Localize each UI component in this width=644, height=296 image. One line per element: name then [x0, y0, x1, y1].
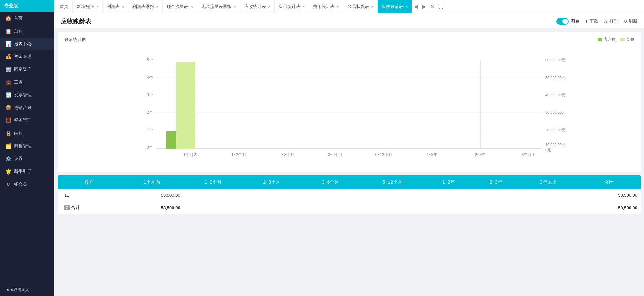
sidebar-item-report[interactable]: 📊 报表中心 [0, 38, 54, 50]
cell-month612 [360, 189, 425, 201]
tab-next-button[interactable]: ▶ [420, 0, 428, 13]
refresh-button[interactable]: ↺ 刷新 [624, 18, 637, 24]
cell-month12 [184, 189, 243, 201]
tab-profit-quarter-close[interactable]: × [156, 5, 158, 9]
legend-customer-label: 客户数 [604, 37, 616, 42]
main-content: 首页 新增凭证 × 利润表 × 利润表季报 × 现金流量表 × 现金流量表季报 … [54, 0, 644, 296]
tab-profit[interactable]: 利润表 × [103, 0, 128, 13]
total-month36 [301, 201, 360, 214]
tab-prev-button[interactable]: ◀ [412, 0, 420, 13]
tab-aging-close[interactable]: × [406, 5, 408, 9]
chart-container: 5个 4个 3个 2个 1个 0个 60,000.00元 50,000.00元 … [64, 45, 634, 167]
tab-cashflow-quarter[interactable]: 现金流量表季报 × [197, 0, 240, 13]
download-button[interactable]: ⬇ 下载 [585, 18, 598, 24]
col-month23: 2~3个月 [243, 175, 301, 189]
svg-text:4个: 4个 [147, 75, 153, 80]
sidebar-item-label: 新手引导 [14, 168, 32, 175]
sidebar-item-fund[interactable]: 💰 资金管理 [0, 50, 54, 63]
col-total: 合计 [577, 175, 641, 189]
tab-close-all-button[interactable]: ✕ [428, 0, 436, 13]
legend-customer: 客户数 [598, 37, 616, 42]
legend-amount-label: 金额 [626, 37, 634, 42]
sidebar-item-archive[interactable]: 🗂️ 归档管理 [0, 140, 54, 152]
tab-expense-stat-close[interactable]: × [337, 5, 339, 9]
cell-month36 [301, 189, 360, 201]
print-button[interactable]: 🖨 打印 [604, 18, 618, 24]
tab-payable-stat-label: 应付统计表 [279, 4, 301, 10]
tab-home[interactable]: 首页 [56, 0, 73, 13]
sidebar-item-tax[interactable]: 🧮 税务管理 [0, 114, 54, 127]
sidebar: 专业版 🏠 首页 📋 总账 📊 报表中心 💰 资金管理 🏢 固定资产 💼 工资 … [0, 0, 54, 296]
sidebar-item-salary[interactable]: 💼 工资 [0, 76, 54, 89]
tab-cashflow-quarter-close[interactable]: × [234, 5, 236, 9]
tab-cashflow[interactable]: 现金流量表 × [163, 0, 197, 13]
print-icon: 🖨 [604, 19, 608, 24]
cell-year3plus [520, 189, 577, 201]
tab-operation-stat-label: 经营状况表 [347, 4, 369, 10]
sidebar-unpin-button[interactable]: ◄◄取消固定 [0, 284, 54, 296]
sidebar-item-settings[interactable]: ⚙️ 设置 [0, 152, 54, 165]
invoice-icon: 🧾 [5, 92, 11, 98]
cell-customer: 11 [58, 189, 120, 201]
sidebar-item-label: 工资 [14, 79, 23, 85]
tax-icon: 🧮 [5, 117, 11, 124]
chart-title: 账龄统计图 [64, 37, 634, 43]
download-icon: ⬇ [585, 19, 588, 24]
cell-year23 [472, 189, 520, 201]
tab-payable-stat[interactable]: 应付统计表 × [275, 0, 309, 13]
sidebar-item-asset[interactable]: 🏢 固定资产 [0, 63, 54, 76]
archive-icon: 🗂️ [5, 143, 11, 149]
sidebar-logo: 专业版 [0, 0, 54, 12]
cell-total: 58,500.00 [577, 189, 641, 201]
tab-expand-button[interactable]: ⛶ [436, 0, 446, 13]
tab-aging[interactable]: 应收账龄表 × [378, 0, 412, 13]
total-month23 [243, 201, 301, 214]
sidebar-item-home[interactable]: 🏠 首页 [0, 12, 54, 25]
svg-text:2~3年: 2~3年 [475, 152, 486, 157]
tab-operation-stat-close[interactable]: × [371, 5, 373, 9]
tab-expense-stat[interactable]: 费用统计表 × [309, 0, 343, 13]
sidebar-item-label: 发票管理 [14, 92, 32, 98]
home-icon: 🏠 [5, 15, 11, 21]
chart-toggle-switch[interactable] [556, 18, 569, 25]
sidebar-item-member[interactable]: V 畅会员 [0, 178, 54, 191]
sidebar-item-invoice[interactable]: 🧾 发票管理 [0, 89, 54, 101]
svg-text:30,000.00元: 30,000.00元 [545, 110, 566, 114]
table-area: 客户 1个月内 1~2个月 2~3个月 3~6个月 6~12个月 1~2年 2~… [58, 175, 641, 214]
sidebar-item-ledger[interactable]: 📋 总账 [0, 25, 54, 38]
sidebar-item-close[interactable]: 🔒 结账 [0, 127, 54, 140]
tab-profit-close[interactable]: × [122, 5, 124, 9]
tab-voucher-close[interactable]: × [96, 5, 98, 9]
total-year23 [472, 201, 520, 214]
tab-cashflow-label: 现金流量表 [167, 4, 189, 10]
sidebar-item-label: 税务管理 [14, 117, 32, 124]
svg-text:60,000.00元: 60,000.00元 [545, 58, 566, 62]
tab-profit-quarter[interactable]: 利润表季报 × [128, 0, 163, 13]
sidebar-item-inventory[interactable]: 📦 进销台账 [0, 101, 54, 114]
chart-toggle[interactable]: 图表 [556, 18, 579, 25]
tab-cashflow-close[interactable]: × [191, 5, 193, 9]
col-month1: 1个月内 [120, 175, 184, 189]
total-year12 [425, 201, 472, 214]
sidebar-item-label: 进销台账 [14, 105, 32, 111]
sidebar-item-label: 报表中心 [14, 41, 32, 47]
tab-payable-stat-close[interactable]: × [303, 5, 305, 9]
svg-text:0元: 0元 [545, 148, 551, 152]
tab-receivable-stat-label: 应收统计表 [244, 4, 266, 10]
tab-home-label: 首页 [60, 4, 68, 10]
settings-icon: ⚙️ [5, 156, 11, 162]
tab-expense-stat-label: 费用统计表 [313, 4, 335, 10]
total-icon: Σ [64, 205, 70, 210]
chart-area: 账龄统计图 客户数 金额 5个 4个 3个 2个 [58, 32, 641, 172]
svg-text:3~6个月: 3~6个月 [328, 152, 343, 157]
tab-operation-stat[interactable]: 经营状况表 × [343, 0, 378, 13]
cell-month23 [243, 189, 301, 201]
tabbar: 首页 新增凭证 × 利润表 × 利润表季报 × 现金流量表 × 现金流量表季报 … [54, 0, 644, 13]
data-table: 客户 1个月内 1~2个月 2~3个月 3~6个月 6~12个月 1~2年 2~… [58, 175, 641, 214]
tab-receivable-stat-close[interactable]: × [268, 5, 270, 9]
tab-voucher[interactable]: 新增凭证 × [73, 0, 103, 13]
sidebar-item-guide[interactable]: 🌟 新手引导 [0, 165, 54, 178]
total-label: 合计 [71, 205, 80, 211]
tab-receivable-stat[interactable]: 应收统计表 × [240, 0, 274, 13]
total-label-cell: Σ 合计 [58, 201, 120, 214]
